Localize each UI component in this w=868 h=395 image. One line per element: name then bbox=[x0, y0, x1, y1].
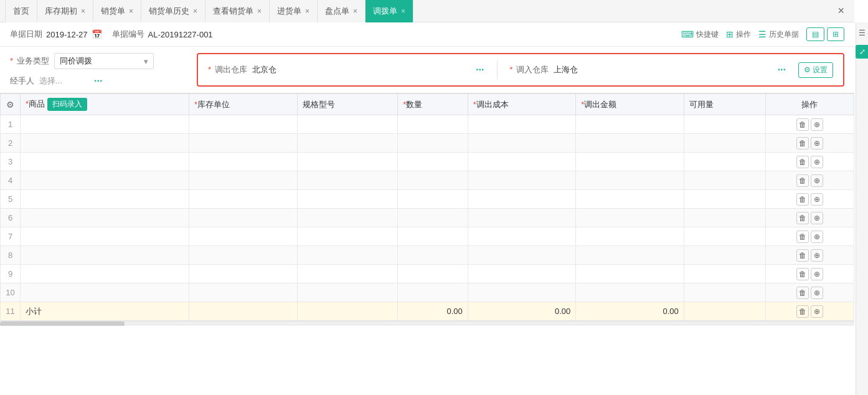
th-gear[interactable]: ⚙ bbox=[1, 94, 21, 115]
row-quantity-9[interactable] bbox=[398, 265, 468, 283]
row-delete-icon[interactable]: 🗑 bbox=[796, 305, 809, 318]
tab-view-sales[interactable]: 查看销货单 × bbox=[205, 0, 270, 22]
copy-row-10-icon[interactable]: ⊕ bbox=[811, 287, 823, 299]
copy-row-7-icon[interactable]: ⊕ bbox=[811, 231, 823, 243]
row-available-7[interactable] bbox=[684, 227, 765, 246]
row-cost-4[interactable] bbox=[468, 171, 576, 190]
row-product-4[interactable] bbox=[21, 171, 189, 190]
row-cost-1[interactable] bbox=[468, 115, 576, 134]
delete-row-3-icon[interactable]: 🗑 bbox=[796, 156, 809, 168]
close-transfer-order[interactable]: × bbox=[401, 7, 405, 16]
row-spec-4[interactable] bbox=[297, 171, 398, 190]
handler-chooser[interactable]: 选择... bbox=[39, 75, 89, 87]
copy-row-2-icon[interactable]: ⊕ bbox=[811, 137, 823, 150]
delete-row-6-icon[interactable]: 🗑 bbox=[796, 212, 809, 224]
column-settings-icon[interactable]: ⚙ bbox=[6, 100, 14, 110]
delete-row-8-icon[interactable]: 🗑 bbox=[796, 249, 809, 262]
row-amount-5[interactable] bbox=[576, 190, 684, 209]
row-amount-6[interactable] bbox=[576, 209, 684, 227]
copy-row-6-icon[interactable]: ⊕ bbox=[811, 212, 823, 224]
copy-row-9-icon[interactable]: ⊕ bbox=[811, 268, 823, 280]
row-copy-icon[interactable]: ⊕ bbox=[811, 305, 823, 318]
delete-row-5-icon[interactable]: 🗑 bbox=[796, 193, 809, 206]
close-inventory-count[interactable]: × bbox=[353, 7, 357, 16]
row-unit-6[interactable] bbox=[189, 209, 298, 227]
row-unit-1[interactable] bbox=[189, 115, 298, 134]
row-product-7[interactable] bbox=[21, 227, 189, 246]
delete-row-4-icon[interactable]: 🗑 bbox=[796, 174, 809, 187]
tab-inventory-count[interactable]: 盘点单 × bbox=[318, 0, 366, 22]
row-product-6[interactable] bbox=[21, 209, 189, 227]
row-available-3[interactable] bbox=[684, 153, 765, 171]
row-amount-1[interactable] bbox=[576, 115, 684, 134]
copy-row-4-icon[interactable]: ⊕ bbox=[811, 174, 823, 187]
copy-row-5-icon[interactable]: ⊕ bbox=[811, 193, 823, 206]
tab-sales-order[interactable]: 销货单 × bbox=[93, 0, 141, 22]
row-cost-10[interactable] bbox=[468, 283, 576, 302]
row-product-5[interactable] bbox=[21, 190, 189, 209]
operation-button[interactable]: ⊞ 操作 bbox=[726, 29, 751, 40]
out-warehouse-more-button[interactable]: ··· bbox=[476, 64, 484, 75]
row-amount-7[interactable] bbox=[576, 227, 684, 246]
scan-input-button[interactable]: 扫码录入 bbox=[47, 98, 87, 111]
row-unit-9[interactable] bbox=[189, 265, 298, 283]
row-unit-7[interactable] bbox=[189, 227, 298, 246]
row-available-1[interactable] bbox=[684, 115, 765, 134]
shortcut-button[interactable]: ⌨ 快捷键 bbox=[681, 29, 719, 40]
row-amount-2[interactable] bbox=[576, 134, 684, 153]
row-quantity-2[interactable] bbox=[398, 134, 468, 153]
row-amount-9[interactable] bbox=[576, 265, 684, 283]
row-quantity-4[interactable] bbox=[398, 171, 468, 190]
row-cost-9[interactable] bbox=[468, 265, 576, 283]
row-quantity-1[interactable] bbox=[398, 115, 468, 134]
row-unit-4[interactable] bbox=[189, 171, 298, 190]
row-cost-6[interactable] bbox=[468, 209, 576, 227]
close-view-sales[interactable]: × bbox=[257, 7, 262, 16]
row-quantity-7[interactable] bbox=[398, 227, 468, 246]
row-spec-1[interactable] bbox=[297, 115, 398, 134]
row-spec-9[interactable] bbox=[297, 265, 398, 283]
tab-sales-history[interactable]: 销货单历史 × bbox=[141, 0, 205, 22]
tab-purchase-order[interactable]: 进货单 × bbox=[270, 0, 318, 22]
row-spec-5[interactable] bbox=[297, 190, 398, 209]
row-quantity-8[interactable] bbox=[398, 246, 468, 265]
row-unit-8[interactable] bbox=[189, 246, 298, 265]
row-available-10[interactable] bbox=[684, 283, 765, 302]
delete-row-7-icon[interactable]: 🗑 bbox=[796, 231, 809, 243]
row-amount-4[interactable] bbox=[576, 171, 684, 190]
row-unit-10[interactable] bbox=[189, 283, 298, 302]
row-product-3[interactable] bbox=[21, 153, 189, 171]
row-spec-7[interactable] bbox=[297, 227, 398, 246]
sidebar-expand-icon[interactable]: ⤢ bbox=[856, 45, 869, 59]
tab-inventory-init[interactable]: 库存期初 × bbox=[37, 0, 93, 22]
row-quantity-3[interactable] bbox=[398, 153, 468, 171]
row-available-5[interactable] bbox=[684, 190, 765, 209]
history-button[interactable]: ☰ 历史单据 bbox=[758, 29, 799, 40]
tab-transfer-order[interactable]: 调拨单 × bbox=[366, 0, 413, 22]
row-quantity-5[interactable] bbox=[398, 190, 468, 209]
row-spec-6[interactable] bbox=[297, 209, 398, 227]
row-cost-5[interactable] bbox=[468, 190, 576, 209]
tab-home[interactable]: 首页 bbox=[5, 0, 37, 22]
row-product-1[interactable] bbox=[21, 115, 189, 134]
row-amount-8[interactable] bbox=[576, 246, 684, 265]
row-unit-3[interactable] bbox=[189, 153, 298, 171]
business-type-select[interactable]: 同价调拨 ▾ bbox=[54, 53, 154, 69]
close-inventory-init[interactable]: × bbox=[81, 7, 85, 16]
row-product-8[interactable] bbox=[21, 246, 189, 265]
row-available-2[interactable] bbox=[684, 134, 765, 153]
row-unit-2[interactable] bbox=[189, 134, 298, 153]
warehouse-settings-button[interactable]: ⚙ 设置 bbox=[798, 62, 833, 78]
delete-row-2-icon[interactable]: 🗑 bbox=[796, 137, 809, 150]
row-spec-3[interactable] bbox=[297, 153, 398, 171]
row-available-4[interactable] bbox=[684, 171, 765, 190]
close-purchase-order[interactable]: × bbox=[305, 7, 309, 16]
row-spec-10[interactable] bbox=[297, 283, 398, 302]
row-available-9[interactable] bbox=[684, 265, 765, 283]
row-available-6[interactable] bbox=[684, 209, 765, 227]
row-cost-8[interactable] bbox=[468, 246, 576, 265]
row-cost-2[interactable] bbox=[468, 134, 576, 153]
row-spec-8[interactable] bbox=[297, 246, 398, 265]
layout-button-1[interactable]: ▤ bbox=[806, 27, 824, 41]
row-product-9[interactable] bbox=[21, 265, 189, 283]
